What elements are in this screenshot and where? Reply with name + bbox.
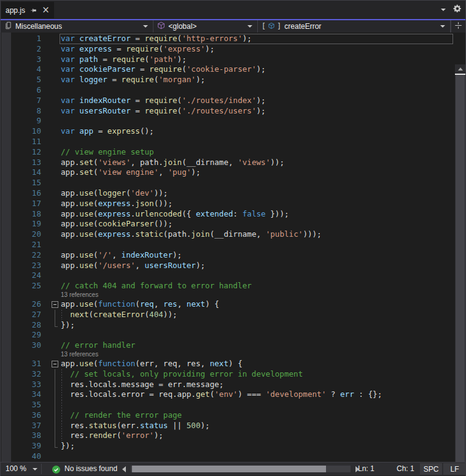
line-number[interactable]: 27 bbox=[1, 310, 41, 320]
scroll-left-icon[interactable] bbox=[122, 466, 126, 472]
line-number[interactable]: 39 bbox=[1, 441, 41, 451]
code-line[interactable]: 12// view engine setup bbox=[1, 147, 455, 158]
scope-dropdown[interactable]: <global> bbox=[153, 20, 258, 33]
chevron-down-icon[interactable] bbox=[441, 9, 446, 11]
code-line[interactable]: 20app.use(express.static(path.join(__dir… bbox=[1, 229, 455, 240]
code-line[interactable]: 30// error handler bbox=[1, 340, 455, 351]
code-line[interactable]: 31app.use(function(err, req, res, next) … bbox=[1, 359, 455, 369]
code-line[interactable]: 22app.use('/', indexRouter); bbox=[1, 250, 455, 261]
code-line[interactable]: 37 res.status(err.status || 500); bbox=[1, 421, 455, 431]
code-line[interactable]: 39}); bbox=[1, 441, 455, 451]
pin-icon[interactable] bbox=[29, 6, 37, 14]
line-number[interactable]: 1 bbox=[1, 34, 41, 44]
line-number[interactable]: 6 bbox=[1, 85, 41, 96]
code-line[interactable]: 29 bbox=[1, 330, 455, 340]
code-line[interactable]: 21 bbox=[1, 240, 455, 250]
line-number[interactable]: 19 bbox=[1, 219, 41, 229]
fold-collapse-toggle[interactable] bbox=[52, 361, 58, 367]
zoom-level[interactable]: 100 % bbox=[6, 464, 26, 473]
scroll-up-button[interactable] bbox=[455, 64, 465, 74]
code-line[interactable]: 10var app = express(); bbox=[1, 126, 455, 137]
line-number[interactable]: 21 bbox=[1, 240, 41, 250]
code-line[interactable]: 14app.set('view engine', 'pug'); bbox=[1, 167, 455, 178]
line-number[interactable]: 25 bbox=[1, 281, 41, 291]
line-number[interactable]: 13 bbox=[1, 158, 41, 168]
line-number[interactable]: 29 bbox=[1, 330, 41, 340]
line-number[interactable]: 26 bbox=[1, 299, 41, 310]
line-number[interactable]: 36 bbox=[1, 410, 41, 421]
line-number[interactable]: 3 bbox=[1, 55, 41, 65]
issues-ok-icon[interactable] bbox=[52, 465, 60, 473]
line-number[interactable]: 14 bbox=[1, 167, 41, 178]
code-area[interactable]: 1var createError = require('http-errors'… bbox=[1, 34, 455, 462]
horizontal-scrollbar[interactable] bbox=[131, 466, 351, 472]
code-line[interactable]: 40 bbox=[1, 451, 455, 462]
code-line[interactable]: 4var cookieParser = require('cookie-pars… bbox=[1, 64, 455, 75]
line-number[interactable]: 32 bbox=[1, 369, 41, 380]
line-number[interactable]: 11 bbox=[1, 137, 41, 147]
line-number[interactable]: 2 bbox=[1, 44, 41, 55]
code-line[interactable]: 19app.use(cookieParser()); bbox=[1, 219, 455, 229]
line-number[interactable]: 40 bbox=[1, 451, 41, 462]
code-line[interactable]: 13app.set('views', path.join(__dirname, … bbox=[1, 158, 455, 168]
tab-appjs[interactable]: app.js × bbox=[1, 2, 54, 18]
line-number[interactable]: 17 bbox=[1, 199, 41, 209]
line-number[interactable]: 31 bbox=[1, 359, 41, 369]
code-line[interactable]: 32 // set locals, only providing error i… bbox=[1, 369, 455, 380]
line-number[interactable]: 20 bbox=[1, 229, 41, 240]
gear-icon[interactable] bbox=[453, 4, 462, 15]
code-line[interactable]: 6 bbox=[1, 85, 455, 96]
line-number[interactable]: 16 bbox=[1, 188, 41, 199]
horizontal-scrollbar-thumb[interactable] bbox=[132, 466, 326, 472]
code-line[interactable]: 35 bbox=[1, 400, 455, 410]
line-number[interactable]: 33 bbox=[1, 380, 41, 390]
code-line[interactable]: 17app.use(express.json()); bbox=[1, 199, 455, 209]
code-line[interactable]: 16app.use(logger('dev')); bbox=[1, 188, 455, 199]
line-number[interactable]: 37 bbox=[1, 421, 41, 431]
line-number[interactable]: 23 bbox=[1, 261, 41, 271]
line-number[interactable]: 8 bbox=[1, 106, 41, 117]
line-number[interactable]: 34 bbox=[1, 390, 41, 400]
code-line[interactable]: 36 // render the error page bbox=[1, 410, 455, 421]
issues-status[interactable]: No issues found bbox=[64, 464, 117, 473]
code-line[interactable]: 23app.use('/users', usersRouter); bbox=[1, 261, 455, 271]
line-number[interactable]: 18 bbox=[1, 209, 41, 220]
code-line[interactable]: 8var usersRouter = require('./routes/use… bbox=[1, 106, 455, 117]
code-line[interactable]: 2var express = require('express'); bbox=[1, 44, 455, 55]
line-number[interactable]: 15 bbox=[1, 178, 41, 188]
member-dropdown[interactable]: [ ] createError bbox=[258, 20, 451, 33]
code-line[interactable]: 7var indexRouter = require('./routes/ind… bbox=[1, 96, 455, 106]
line-number[interactable]: 7 bbox=[1, 96, 41, 106]
code-line[interactable]: 25// catch 404 and forward to error hand… bbox=[1, 281, 455, 291]
code-line[interactable]: 5var logger = require('morgan'); bbox=[1, 75, 455, 85]
codelens-references[interactable]: 13 references bbox=[1, 291, 455, 299]
code-line[interactable]: 15 bbox=[1, 178, 455, 188]
code-line[interactable]: 33 res.locals.message = err.message; bbox=[1, 380, 455, 390]
code-line[interactable]: 3var path = require('path'); bbox=[1, 55, 455, 65]
close-icon[interactable]: × bbox=[42, 6, 50, 14]
line-number[interactable]: 12 bbox=[1, 147, 41, 158]
code-line[interactable]: 26app.use(function(req, res, next) { bbox=[1, 299, 455, 310]
code-line[interactable]: 38 res.render('error'); bbox=[1, 431, 455, 441]
fold-collapse-toggle[interactable] bbox=[52, 301, 58, 308]
line-number[interactable]: 24 bbox=[1, 271, 41, 281]
zoom-chevron-icon[interactable] bbox=[33, 468, 37, 470]
code-line[interactable]: 11 bbox=[1, 137, 455, 147]
line-number[interactable]: 5 bbox=[1, 75, 41, 85]
line-number[interactable]: 30 bbox=[1, 340, 41, 351]
code-line[interactable]: 27 next(createError(404)); bbox=[1, 310, 455, 320]
line-number[interactable]: 28 bbox=[1, 320, 41, 331]
vertical-scrollbar[interactable] bbox=[455, 64, 465, 476]
project-dropdown[interactable]: Miscellaneous bbox=[1, 20, 153, 33]
line-number[interactable]: 22 bbox=[1, 250, 41, 261]
code-line[interactable]: 9 bbox=[1, 116, 455, 126]
split-editor-button[interactable] bbox=[451, 20, 465, 33]
code-line[interactable]: 1var createError = require('http-errors'… bbox=[1, 34, 455, 44]
code-line[interactable]: 18app.use(express.urlencoded({ extended:… bbox=[1, 209, 455, 220]
line-number[interactable]: 9 bbox=[1, 116, 41, 126]
line-number[interactable]: 10 bbox=[1, 126, 41, 137]
line-number[interactable]: 38 bbox=[1, 431, 41, 441]
codelens-references[interactable]: 13 references bbox=[1, 351, 455, 359]
code-line[interactable]: 28}); bbox=[1, 320, 455, 331]
code-line[interactable]: 24 bbox=[1, 271, 455, 281]
